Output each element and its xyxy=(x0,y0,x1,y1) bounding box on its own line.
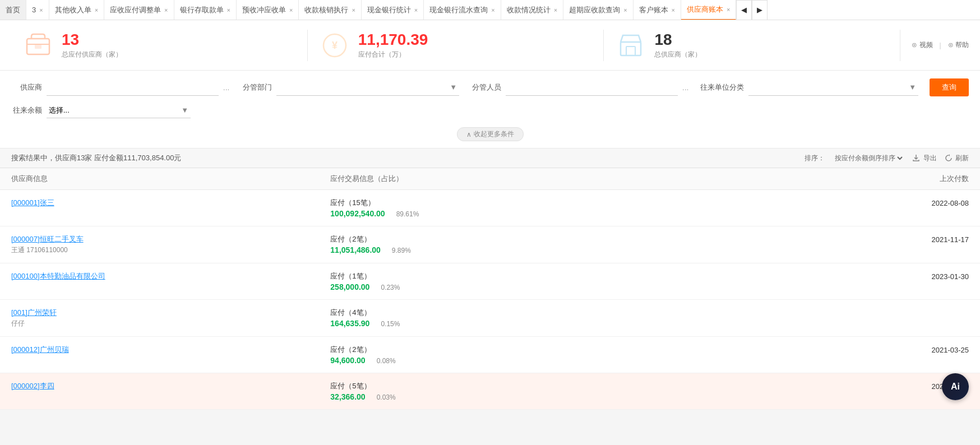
collapse-button[interactable]: ∧ 收起更多条件 xyxy=(457,127,524,141)
dept-label: 分管部门 xyxy=(241,82,272,92)
person-field: 分管人员 ... xyxy=(470,79,689,96)
trans-amount-3: 258,000.00 xyxy=(330,282,369,291)
supplier-link-4[interactable]: [001]广州荣轩 xyxy=(11,308,57,317)
supplier-field: 供应商 ... xyxy=(11,79,230,96)
balance-select-wrapper: 选择... ▼ xyxy=(47,102,191,118)
balance-label: 往来余额 xyxy=(11,105,42,115)
nav-bank-deposit[interactable]: 银行存取款单 × xyxy=(174,0,237,20)
trans-label-3: 应付（1笔） xyxy=(330,271,756,281)
table-row: [000002]李四 应付（5笔） 32,366.00 0.03% 2020-1… xyxy=(0,373,980,410)
summary-card-total-suppliers: 18 总供应商（家） xyxy=(604,30,900,61)
supplier-link-2[interactable]: [000007]恒旺二手叉车 xyxy=(11,235,84,243)
nav-cash-bank-stats[interactable]: 现金银行统计 × xyxy=(362,0,424,20)
transaction-info-3: 应付（1笔） 258,000.00 0.23% xyxy=(330,271,756,291)
close-ap-adjustment[interactable]: × xyxy=(164,7,168,13)
nav-prev[interactable]: ◀ xyxy=(736,0,752,20)
nav-overdue-query[interactable]: 超期应收款查询 × xyxy=(563,0,633,20)
trans-label-1: 应付（15笔） xyxy=(330,198,756,208)
nav-advance-collection[interactable]: 预收冲应收单 × xyxy=(237,0,299,20)
nav-customer-account[interactable]: 客户账本 × xyxy=(634,0,681,20)
nav-other-income[interactable]: 其他收入单 × xyxy=(49,0,104,20)
data-table: 供应商信息 应付交易信息（占比） 上次付数 [000001]张三 应付（15笔）… xyxy=(0,168,980,410)
trans-label-2: 应付（2笔） xyxy=(330,234,756,244)
result-bar: 搜索结果中，供应商13家 应付金额111,703,854.00元 排序： 按应付… xyxy=(0,149,980,168)
table-row: [000100]本特勤油品有限公司 应付（1笔） 258,000.00 0.23… xyxy=(0,263,980,300)
nav-home[interactable]: 首页 xyxy=(0,0,26,20)
trans-amount-2: 11,051,486.00 xyxy=(330,245,381,254)
close-tab3[interactable]: × xyxy=(39,7,43,13)
nav-ap-adjustment[interactable]: 应收应付调整单 × xyxy=(104,0,174,20)
help-link[interactable]: ⊙ 帮助 xyxy=(948,40,969,50)
table-row: [000007]恒旺二手叉车 王通 17106110000 应付（2笔） 11,… xyxy=(0,226,980,263)
nav-collection-verify[interactable]: 收款核销执行 × xyxy=(299,0,361,20)
supplier-link-6[interactable]: [000002]李四 xyxy=(11,382,54,390)
sort-select[interactable]: 按应付余额倒序排序 xyxy=(833,154,904,163)
person-input[interactable] xyxy=(506,79,678,96)
close-collection-stats[interactable]: × xyxy=(554,7,557,13)
close-customer-account[interactable]: × xyxy=(672,7,675,13)
close-collection-verify[interactable]: × xyxy=(352,7,355,13)
close-advance-collection[interactable]: × xyxy=(289,7,293,13)
trans-percent-5: 0.08% xyxy=(377,357,396,365)
balance-select[interactable]: 选择... xyxy=(47,102,191,118)
supplier-link-1[interactable]: [000001]张三 xyxy=(11,198,54,207)
trans-percent-4: 0.15% xyxy=(381,320,400,328)
supplier-more[interactable]: ... xyxy=(223,83,230,92)
supplier-info-3: [000100]本特勤油品有限公司 xyxy=(11,271,330,281)
ai-assistant-button[interactable]: Ai xyxy=(942,373,969,400)
svg-rect-5 xyxy=(621,42,641,55)
last-payment-3: 2023-01-30 xyxy=(756,271,969,281)
dept-select[interactable] xyxy=(276,80,460,95)
summary-actions: ⊙ 视频 | ⊙ 帮助 xyxy=(900,40,969,50)
nav-cash-bank-flow[interactable]: 现金银行流水查询 × xyxy=(424,0,501,20)
transaction-info-2: 应付（2笔） 11,051,486.00 9.89% xyxy=(330,234,756,254)
supplier-input[interactable] xyxy=(47,79,219,96)
top-nav: 首页 3 × 其他收入单 × 应收应付调整单 × 银行存取款单 × 预收冲应收单… xyxy=(0,0,980,20)
trans-label-4: 应付（4笔） xyxy=(330,308,756,318)
svg-text:¥: ¥ xyxy=(332,40,338,51)
nav-collection-stats[interactable]: 收款情况统计 × xyxy=(501,0,563,20)
supplier-sub-4: 仔仔 xyxy=(11,319,330,328)
trans-amount-1: 100,092,540.00 xyxy=(330,209,385,218)
result-summary: 搜索结果中，供应商13家 应付金额111,703,854.00元 xyxy=(11,153,181,163)
refresh-btn[interactable]: 刷新 xyxy=(945,154,969,163)
close-cash-bank-stats[interactable]: × xyxy=(414,7,418,13)
last-payment-6: 2020-11-20 xyxy=(756,381,969,391)
person-more[interactable]: ... xyxy=(682,83,689,92)
supplier-link-5[interactable]: [000012]广州贝瑞 xyxy=(11,345,69,354)
supplier-info-1: [000001]张三 xyxy=(11,198,330,208)
nav-tab3[interactable]: 3 × xyxy=(26,0,49,20)
transaction-info-1: 应付（15笔） 100,092,540.00 89.61% xyxy=(330,198,756,218)
close-supplier-account[interactable]: × xyxy=(727,6,730,13)
close-cash-bank-flow[interactable]: × xyxy=(491,7,494,13)
category-field: 往来单位分类 ▼ xyxy=(700,80,919,96)
supplier-info-6: [000002]李四 xyxy=(11,381,330,391)
summary-card-payable-suppliers: 13 总应付供应商（家） xyxy=(11,30,308,61)
trans-label-5: 应付（2笔） xyxy=(330,345,756,355)
close-overdue-query[interactable]: × xyxy=(623,7,627,13)
nav-supplier-account[interactable]: 供应商账本 × xyxy=(681,0,736,20)
close-bank-deposit[interactable]: × xyxy=(227,7,230,13)
payable-total-label: 应付合计（万） xyxy=(358,50,593,59)
payable-supplier-count: 13 xyxy=(62,31,296,49)
search-row-1: 供应商 ... 分管部门 ▼ 分管人员 ... 往来单位分类 xyxy=(11,78,969,96)
header-supplier: 供应商信息 xyxy=(11,174,330,184)
header-transaction: 应付交易信息（占比） xyxy=(330,174,756,184)
video-link[interactable]: ⊙ 视频 xyxy=(912,40,932,50)
last-payment-1: 2022-08-08 xyxy=(756,198,969,207)
supplier-label: 供应商 xyxy=(11,82,42,92)
category-select[interactable] xyxy=(748,80,919,95)
svg-rect-2 xyxy=(35,44,41,49)
transaction-info-6: 应付（5笔） 32,366.00 0.03% xyxy=(330,381,756,401)
total-supplier-count: 18 xyxy=(654,31,889,49)
export-btn[interactable]: 导出 xyxy=(912,154,936,163)
close-other-income[interactable]: × xyxy=(95,7,98,13)
store-icon xyxy=(615,30,646,61)
supplier-link-3[interactable]: [000100]本特勤油品有限公司 xyxy=(11,272,105,280)
supplier-info-5: [000012]广州贝瑞 xyxy=(11,345,330,355)
svg-rect-6 xyxy=(626,47,635,55)
sort-label: 排序： xyxy=(805,154,825,163)
query-button[interactable]: 查询 xyxy=(930,78,969,96)
nav-next[interactable]: ▶ xyxy=(752,0,768,20)
last-payment-5: 2021-03-25 xyxy=(756,345,969,354)
